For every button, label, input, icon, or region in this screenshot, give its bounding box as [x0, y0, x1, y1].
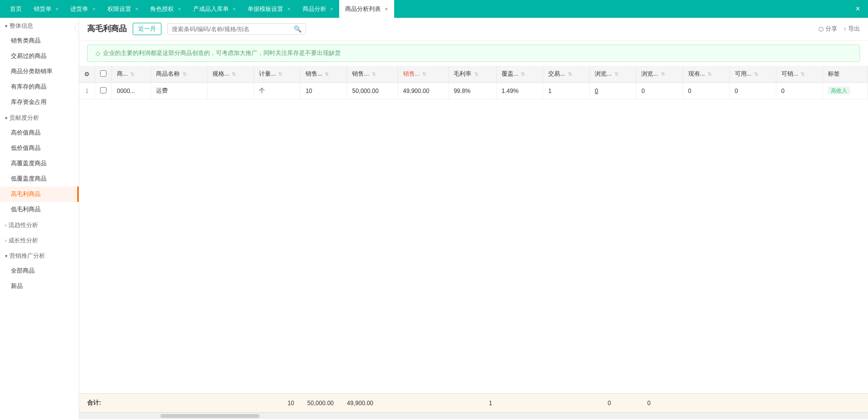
nav-close-template[interactable]: × — [287, 6, 290, 12]
col-settings[interactable]: ⚙ — [79, 66, 95, 83]
arrow-icon-3: › — [5, 223, 6, 228]
nav-close-permissions[interactable]: × — [135, 6, 138, 12]
row-sales-qty: 10 — [301, 83, 347, 99]
info-banner: ◇ 企业的主要的利润都是这部分商品创造的，可考虑加大推广，同时关注库存是不要出现… — [87, 45, 860, 62]
nav-template-settings[interactable]: 单据模板设置 × — [242, 0, 296, 18]
sidebar-item-low-value[interactable]: 低价值商品 — [0, 140, 79, 156]
row-gross-margin: 99.8% — [449, 83, 497, 99]
info-icon: ◇ — [96, 50, 100, 57]
sidebar-section-growth[interactable]: › 成长性分析 — [0, 233, 79, 248]
sort-icon-3: ⇅ — [232, 71, 236, 77]
window-close-button[interactable]: × — [852, 4, 864, 13]
nav-sales-order[interactable]: 销货单 × — [28, 0, 64, 18]
col-sales-profit: 销售... ⇅ — [398, 66, 448, 83]
nav-close-sales[interactable]: × — [55, 6, 58, 12]
col-saleable: 可销... ⇅ — [776, 66, 822, 83]
content-area: 高毛利商品 近一月 🔍 ⬡ 分享 ↑ 导出 ◇ 企业的主要的利润都是这部分商品创… — [79, 18, 868, 419]
page-title: 高毛利商品 — [87, 24, 127, 34]
info-text: 企业的主要的利润都是这部分商品创造的，可考虑加大推广，同时关注库存是不要出现缺货 — [103, 49, 341, 57]
table-row: 1 0000... 运费 个 10 50,000.00 49,900.00 99… — [79, 83, 868, 99]
footer-sales-qty — [111, 400, 259, 407]
filter-button[interactable]: 近一月 — [133, 23, 161, 35]
scroll-thumb[interactable] — [160, 414, 259, 418]
col-code: 商... ⇅ — [112, 66, 151, 83]
sidebar-section-overall[interactable]: ▾ 整体信息 — [0, 18, 79, 33]
row-unit: 个 — [254, 83, 301, 99]
horizontal-scrollbar[interactable] — [79, 412, 868, 419]
sort-icon-2: ⇅ — [183, 71, 187, 77]
sidebar-item-new-goods[interactable]: 新品 — [0, 279, 79, 294]
sidebar-item-high-coverage[interactable]: 高覆盖度商品 — [0, 156, 79, 171]
table-header-row: ⚙ 商... ⇅ 商品名称 ⇅ 规格... ⇅ 计量... ⇅ 销售... ⇅ … — [79, 66, 868, 83]
nav-role-auth[interactable]: 角色授权 × — [144, 0, 187, 18]
nav-product-analysis[interactable]: 商品分析 × — [297, 0, 339, 18]
nav-close-analysis-list[interactable]: × — [385, 6, 388, 12]
sort-icon-8: ⇅ — [474, 71, 478, 77]
search-icon[interactable]: 🔍 — [294, 25, 302, 33]
select-all-checkbox[interactable] — [100, 70, 106, 77]
tag-badge: 高收入 — [828, 87, 850, 94]
sort-icon-13: ⇅ — [708, 71, 712, 77]
sidebar-item-low-coverage[interactable]: 低覆盖度商品 — [0, 171, 79, 186]
row-sales-profit: 49,900.00 — [398, 83, 448, 99]
col-transaction: 交易... ⇅ — [543, 66, 590, 83]
row-tag: 高收入 — [822, 83, 868, 99]
row-spec — [207, 83, 254, 99]
header-actions: ⬡ 分享 ↑ 导出 — [818, 25, 860, 33]
row-current-stock: 0 — [683, 83, 729, 99]
col-current-stock: 现有... ⇅ — [683, 66, 729, 83]
nav-permissions[interactable]: 权限设置 × — [102, 0, 144, 18]
nav-production-inbound[interactable]: 产成品入库单 × — [187, 0, 242, 18]
row-checkbox[interactable] — [100, 87, 106, 93]
sidebar-item-traded-goods[interactable]: 交易过的商品 — [0, 48, 79, 64]
table-body: 1 0000... 运费 个 10 50,000.00 49,900.00 99… — [79, 83, 868, 99]
nav-analysis-list[interactable]: 商品分析列表 × — [339, 0, 394, 18]
row-coverage: 1.49% — [497, 83, 543, 99]
row-name: 运费 — [151, 83, 207, 99]
nav-close-production[interactable]: × — [233, 6, 236, 12]
footer-gross-margin — [378, 400, 418, 407]
col-browse1: 浏览... ⇅ — [590, 66, 636, 83]
sort-icon-6: ⇅ — [372, 71, 376, 77]
sidebar-section-trend[interactable]: › 流趋性分析 — [0, 217, 79, 233]
sidebar-item-category-sales-rate[interactable]: 商品分类助销率 — [0, 64, 79, 79]
nav-purchase-order[interactable]: 进货单 × — [64, 0, 101, 18]
sidebar-item-stock-capital[interactable]: 库存资金占用 — [0, 94, 79, 110]
footer-sales-amount: 50,000.00 — [299, 400, 339, 407]
sort-icon-7: ⇅ — [422, 71, 426, 77]
sidebar-section-marketing[interactable]: ▾ 营销推广分析 — [0, 248, 79, 263]
sidebar-item-all-goods[interactable]: 全部商品 — [0, 263, 79, 279]
footer-transaction: 1 — [458, 400, 497, 407]
row-browse1[interactable]: 0 — [590, 83, 636, 99]
sort-icon-5: ⇅ — [325, 71, 329, 77]
data-table: ⚙ 商... ⇅ 商品名称 ⇅ 规格... ⇅ 计量... ⇅ 销售... ⇅ … — [79, 66, 868, 99]
sidebar-item-high-value[interactable]: 高价值商品 — [0, 125, 79, 140]
arrow-icon-2: ▾ — [5, 115, 7, 121]
search-box: 🔍 — [167, 23, 306, 35]
row-checkbox-cell — [95, 83, 112, 99]
nav-home[interactable]: 首页 — [4, 0, 28, 18]
col-sales-qty: 销售... ⇅ — [301, 66, 347, 83]
share-button[interactable]: ⬡ 分享 — [818, 25, 837, 33]
share-icon: ⬡ — [818, 26, 823, 33]
row-available: 0 — [729, 83, 776, 99]
search-input[interactable] — [172, 26, 291, 33]
table-wrapper[interactable]: ⚙ 商... ⇅ 商品名称 ⇅ 规格... ⇅ 计量... ⇅ 销售... ⇅ … — [79, 66, 868, 393]
row-browse2: 0 — [636, 83, 683, 99]
footer-sales-qty-val: 10 — [259, 400, 299, 407]
footer-current-stock: 0 — [576, 400, 616, 407]
arrow-icon-5: ▾ — [5, 253, 7, 259]
sidebar-item-in-stock-goods[interactable]: 有库存的商品 — [0, 79, 79, 94]
sidebar-item-high-margin[interactable]: 高毛利商品 — [0, 186, 79, 202]
sort-icon: ⇅ — [130, 71, 134, 77]
nav-close-purchase[interactable]: × — [92, 6, 95, 12]
export-button[interactable]: ↑ 导出 — [843, 25, 860, 33]
sidebar-section-contribution[interactable]: ▾ 贡献度分析 — [0, 110, 79, 125]
sort-icon-12: ⇅ — [661, 71, 665, 77]
sort-icon-4: ⇅ — [278, 71, 282, 77]
nav-close-analysis[interactable]: × — [330, 6, 333, 12]
footer-label: 合计: — [87, 399, 101, 407]
sidebar-item-low-margin[interactable]: 低毛利商品 — [0, 202, 79, 217]
nav-close-role[interactable]: × — [178, 6, 181, 12]
sidebar-item-sales-goods[interactable]: 销售类商品 — [0, 33, 79, 48]
